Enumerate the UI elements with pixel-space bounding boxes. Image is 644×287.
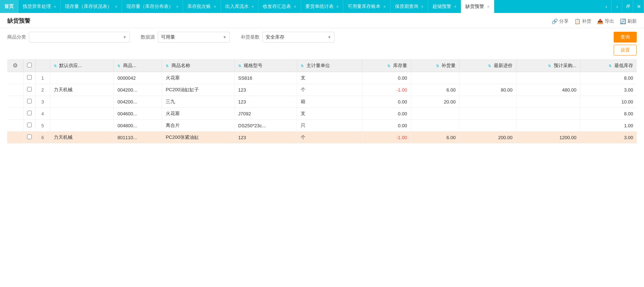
row-name-0: 火花塞	[162, 72, 235, 84]
tab-expiry-label: 保质期查询	[395, 3, 418, 10]
col-stock-header[interactable]: ⇅ 库存量	[362, 59, 411, 72]
category-select[interactable]: ▼	[29, 32, 130, 43]
row-checkbox-input-1[interactable]	[27, 87, 32, 92]
row-num-5: 6	[35, 132, 50, 144]
tab-shortage[interactable]: 缺货预警 ×	[461, 0, 494, 13]
close-abnormal[interactable]: ×	[54, 4, 56, 9]
row-latest-price-5: 200.00	[460, 132, 517, 144]
tab-home[interactable]: 首页	[0, 0, 18, 13]
row-checkbox-input-0[interactable]	[27, 75, 32, 80]
refresh-button[interactable]: 🔄 刷新	[620, 18, 637, 25]
row-spec-3: J7092	[234, 108, 297, 120]
share-button[interactable]: 🔗 分享	[552, 18, 569, 25]
close-order[interactable]: ×	[336, 4, 339, 9]
datasource-select[interactable]: 可用量 ▼	[158, 32, 230, 43]
settings-gear-icon[interactable]: ⚙	[13, 62, 18, 69]
replenish-base-dropdown-icon: ▼	[327, 35, 331, 39]
sort-supplier-icon: ⇅	[54, 64, 57, 68]
col-min-stock-header[interactable]: ⇅ 最低库存	[580, 59, 637, 72]
tab-abnormal[interactable]: 拣货异常处理 ×	[18, 0, 61, 13]
page-content: 缺货预警 🔗 分享 📋 补货 📤 导出 🔄 刷新 商品分类	[0, 13, 644, 287]
col-latest-price-header[interactable]: ⇅ 最新进价	[460, 59, 517, 72]
row-checkbox-input-5[interactable]	[27, 134, 32, 139]
row-unit-1: 个	[297, 84, 362, 96]
refresh-icon: 🔄	[620, 18, 626, 24]
tab-stock1[interactable]: 现存量（库存状况表） ×	[61, 0, 122, 13]
query-button[interactable]: 查询	[614, 32, 637, 43]
close-shortage[interactable]: ×	[487, 4, 489, 9]
close-stock2[interactable]: ×	[176, 4, 178, 9]
row-num-3: 4	[35, 108, 50, 120]
header-actions: 🔗 分享 📋 补货 📤 导出 🔄 刷新	[552, 18, 637, 25]
col-supplier-header[interactable]: ⇅ 默认供应...	[50, 59, 114, 72]
table-row: 3 004200... 三九 123 箱 0.00 20.00 10.00	[7, 96, 637, 108]
row-replenish-1: 6.00	[411, 84, 460, 96]
close-collect[interactable]: ×	[294, 4, 296, 9]
close-expiry[interactable]: ×	[421, 4, 423, 9]
row-stock-4: 0.00	[362, 120, 411, 132]
tab-available[interactable]: 可用量库存账本 ×	[343, 0, 390, 13]
close-overstock[interactable]: ×	[454, 4, 456, 9]
row-checkbox-5[interactable]	[23, 132, 35, 144]
tab-home-label: 首页	[4, 3, 14, 10]
row-num-1: 2	[35, 84, 50, 96]
row-est-purchase-4	[516, 120, 580, 132]
row-est-purchase-1: 480.00	[516, 84, 580, 96]
row-latest-price-3	[460, 108, 517, 120]
close-batch[interactable]: ×	[214, 4, 216, 9]
tab-stock2[interactable]: 现存量（库存分布表） ×	[122, 0, 183, 13]
sort-est-purchase-icon: ⇅	[548, 64, 551, 68]
row-code-3: 004600...	[114, 108, 162, 120]
tab-expiry[interactable]: 保质期查询 ×	[391, 0, 428, 13]
col-name-header[interactable]: ⇅ 商品名称	[162, 59, 235, 72]
settings-button[interactable]: 设置	[614, 45, 637, 56]
nav-arrow-left[interactable]: ‹	[601, 0, 612, 13]
table-row: 4 004600... 火花塞 J7092 支 0.00 8.00	[7, 108, 637, 120]
col-spec-header[interactable]: ⇅ 规格型号	[234, 59, 297, 72]
row-checkbox-input-4[interactable]	[27, 123, 32, 127]
tab-inout[interactable]: 出入库流水 ×	[221, 0, 258, 13]
row-supplier-3	[50, 108, 114, 120]
row-min-stock-3: 8.00	[580, 108, 637, 120]
row-min-stock-4: 1.00	[580, 120, 637, 132]
replenish-button[interactable]: 📋 补货	[574, 18, 591, 25]
row-name-5: PC200张紧油缸	[162, 132, 235, 144]
nav-arrow-right[interactable]: ›	[612, 0, 622, 13]
col-replenish-header[interactable]: ⇅ 补货量	[411, 59, 460, 72]
export-icon: 📤	[597, 18, 603, 24]
select-all-checkbox[interactable]	[27, 63, 32, 67]
close-available[interactable]: ×	[383, 4, 386, 9]
row-supplier-1: 力天机械	[50, 84, 114, 96]
row-checkbox-input-2[interactable]	[27, 99, 32, 103]
row-checkbox-3[interactable]	[23, 108, 35, 120]
row-checkbox-1[interactable]	[23, 84, 35, 96]
row-min-stock-2: 10.00	[580, 96, 637, 108]
row-latest-price-0	[460, 72, 517, 84]
col-unit-header[interactable]: ⇅ 主计量单位	[297, 59, 362, 72]
close-inout[interactable]: ×	[252, 4, 254, 9]
row-replenish-0	[411, 72, 460, 84]
tab-collect[interactable]: 收发存汇总表 ×	[258, 0, 301, 13]
tab-order[interactable]: 要货单统计表 ×	[301, 0, 343, 13]
export-label: 导出	[605, 18, 614, 25]
col-code-header[interactable]: ⇅ 商品...	[114, 59, 162, 72]
row-checkbox-2[interactable]	[23, 96, 35, 108]
tab-batch-label: 库存批次账	[187, 3, 211, 10]
row-checkbox-input-3[interactable]	[27, 111, 32, 115]
nav-restore-btn[interactable]: 🗗	[623, 0, 633, 13]
close-stock1[interactable]: ×	[115, 4, 117, 9]
col-settings[interactable]: ⚙	[7, 59, 23, 72]
replenish-base-select[interactable]: 安全库存 ▼	[262, 32, 335, 43]
row-checkbox-0[interactable]	[23, 72, 35, 84]
sort-name-icon: ⇅	[166, 64, 169, 68]
tab-stock1-label: 现存量（库存状况表）	[65, 3, 112, 10]
tab-batch[interactable]: 库存批次账 ×	[183, 0, 221, 13]
row-min-stock-5: 3.00	[580, 132, 637, 144]
row-code-0: 0000042	[114, 72, 162, 84]
nav-close-btn[interactable]: ✕	[634, 0, 644, 13]
tab-overstock[interactable]: 超储预警 ×	[428, 0, 461, 13]
col-est-purchase-header[interactable]: ⇅ 预计采购...	[516, 59, 580, 72]
col-checkbox-header[interactable]	[23, 59, 35, 72]
row-checkbox-4[interactable]	[23, 120, 35, 132]
export-button[interactable]: 📤 导出	[597, 18, 614, 25]
